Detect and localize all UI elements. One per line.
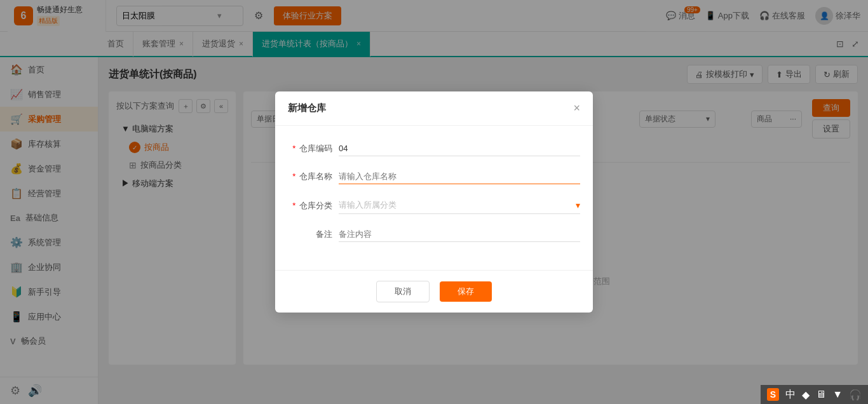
code-input[interactable] bbox=[339, 141, 580, 156]
bottom-monitor-icon[interactable]: 🖥 bbox=[816, 389, 826, 400]
code-required: * bbox=[292, 144, 295, 153]
s-logo: S bbox=[767, 388, 779, 401]
category-placeholder: 请输入所属分类 bbox=[339, 199, 397, 211]
new-warehouse-modal: 新增仓库 × * 仓库编码 * 仓库名称 bbox=[275, 91, 593, 313]
modal-title: 新增仓库 bbox=[288, 102, 326, 114]
bottom-arrow-icon[interactable]: ▼ bbox=[832, 389, 843, 400]
note-label: 备注 bbox=[288, 229, 339, 240]
bottom-headset-icon[interactable]: 🎧 bbox=[849, 389, 862, 401]
category-dropdown-icon: ▾ bbox=[576, 200, 580, 210]
modal-header: 新增仓库 × bbox=[275, 91, 593, 126]
bottom-right-bar: S 中 ◆ 🖥 ▼ 🎧 bbox=[761, 385, 868, 404]
form-row-name: * 仓库名称 bbox=[288, 169, 580, 184]
bottom-diamond-icon: ◆ bbox=[802, 389, 810, 401]
name-required: * bbox=[292, 172, 295, 181]
modal-overlay: 新增仓库 × * 仓库编码 * 仓库名称 bbox=[0, 0, 868, 404]
modal-footer: 取消 保存 bbox=[275, 270, 593, 313]
category-select[interactable]: 请输入所属分类 ▾ bbox=[339, 197, 580, 214]
name-label: * 仓库名称 bbox=[288, 171, 339, 182]
name-input[interactable] bbox=[339, 169, 580, 184]
modal-close-button[interactable]: × bbox=[573, 102, 580, 115]
category-required: * bbox=[292, 201, 295, 210]
cancel-button[interactable]: 取消 bbox=[376, 281, 430, 302]
note-input[interactable] bbox=[339, 227, 580, 242]
form-row-code: * 仓库编码 bbox=[288, 141, 580, 156]
bottom-zh-icon[interactable]: 中 bbox=[785, 388, 796, 401]
save-button[interactable]: 保存 bbox=[440, 281, 492, 302]
modal-body: * 仓库编码 * 仓库名称 * 仓库分类 请输入所属 bbox=[275, 126, 593, 270]
form-row-note: 备注 bbox=[288, 227, 580, 242]
category-label: * 仓库分类 bbox=[288, 200, 339, 212]
code-label: * 仓库编码 bbox=[288, 143, 339, 154]
form-row-category: * 仓库分类 请输入所属分类 ▾ bbox=[288, 197, 580, 214]
